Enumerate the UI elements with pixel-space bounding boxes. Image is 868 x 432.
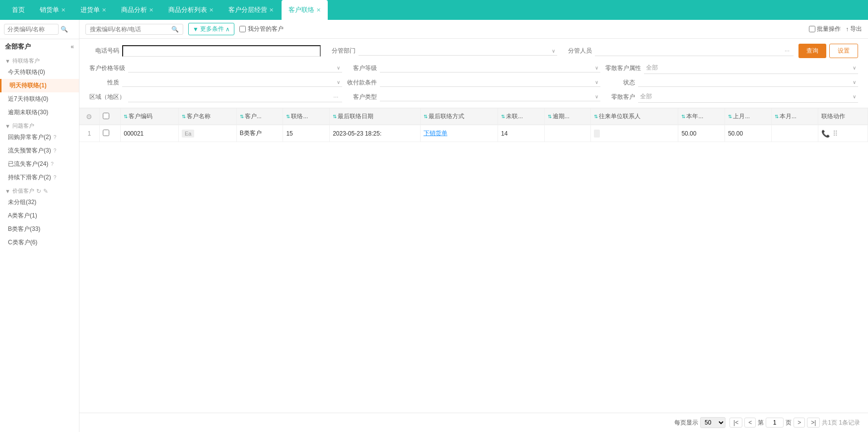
retail-attr-arrow-icon: ∨	[853, 65, 856, 71]
search-input[interactable]	[90, 26, 169, 33]
sidebar-item-abnormal[interactable]: 回购异常客户(2) ?	[0, 131, 79, 144]
batch-op-check[interactable]	[809, 26, 815, 32]
last-page-btn[interactable]: >|	[807, 418, 820, 428]
sort-last-month-icon[interactable]: ⇅	[728, 114, 732, 119]
filter-payment: 收付款条件 ∨	[347, 78, 600, 87]
col-code: ⇅客户编码	[121, 108, 179, 125]
filter-payment-label: 收付款条件	[347, 78, 377, 87]
filter-dept-select[interactable]: ∨	[359, 47, 557, 56]
filter-customer-level-select[interactable]: ∨	[380, 64, 600, 72]
sidebar-item-ungrouped[interactable]: 未分组(32)	[0, 196, 79, 209]
close-tier-icon[interactable]: ✕	[269, 7, 274, 13]
export-btn[interactable]: ↑ 导出	[846, 25, 862, 33]
col-actions: 联络动作	[818, 108, 868, 125]
sidebar-collapse-icon[interactable]: «	[71, 43, 74, 50]
sort-this-year-icon[interactable]: ⇅	[681, 114, 685, 119]
filter-status-label: 状态	[605, 78, 635, 87]
sort-unit-contact-icon[interactable]: ⇅	[594, 114, 598, 119]
sort-this-month-icon[interactable]: ⇅	[775, 114, 779, 119]
nav-customer-contact[interactable]: 客户联络 ✕	[282, 0, 328, 20]
prev-page-btn[interactable]: <	[744, 418, 756, 428]
nature-arrow-icon: ∨	[337, 79, 340, 85]
sidebar-search-input[interactable]	[4, 24, 59, 35]
close-purchase-icon[interactable]: ✕	[102, 7, 106, 13]
page-input[interactable]	[766, 418, 784, 428]
filter-region: 区域（地区） ···	[89, 92, 342, 102]
filter-retail-customer-select[interactable]: 全部 ∨	[638, 91, 858, 103]
sidebar-item-a-class[interactable]: A类客户(1)	[0, 209, 79, 222]
nav-product-analysis[interactable]: 商品分析 ✕	[114, 0, 160, 20]
sort-last-date-icon[interactable]: ⇅	[333, 114, 337, 119]
filter-customer-level-label: 客户等级	[347, 64, 377, 72]
nav-purchase-order[interactable]: 进货单 ✕	[73, 0, 113, 20]
filter-customer-type: 客户类型 ∨	[347, 92, 600, 101]
region-ellipsis-btn[interactable]: ···	[331, 93, 340, 100]
manager-ellipsis-btn[interactable]: ···	[783, 47, 792, 54]
my-customers-checkbox[interactable]: 我分管的客户	[239, 25, 284, 33]
sort-type-icon[interactable]: ⇅	[240, 114, 244, 119]
sidebar-item-7day-contact[interactable]: 近7天待联络(0)	[0, 92, 79, 106]
filter-nature-label: 性质	[89, 78, 119, 87]
close-product-list-icon[interactable]: ✕	[209, 7, 214, 13]
close-sales-icon[interactable]: ✕	[61, 7, 66, 13]
sidebar-search-icon[interactable]: 🔍	[61, 26, 68, 33]
filter-search-icon[interactable]: 🔍	[171, 26, 179, 33]
page-label: 第	[758, 419, 764, 427]
filter-retail-attr-select[interactable]: 全部 ∨	[644, 62, 858, 74]
filter-payment-select[interactable]: ∨	[380, 78, 600, 87]
last-method-link[interactable]: 下销货单	[424, 130, 447, 137]
sort-pending-icon[interactable]: ⇅	[501, 114, 505, 119]
per-page-select[interactable]: 10 20 50 100	[700, 417, 725, 428]
nav-customer-tier[interactable]: 客户分层经营 ✕	[221, 0, 281, 20]
adv-filter-row-4: 区域（地区） ··· 客户类型 ∨ 零散客户 全部	[89, 91, 858, 103]
close-product-analysis-icon[interactable]: ✕	[149, 7, 153, 13]
nav-sales-order[interactable]: 销货单 ✕	[33, 0, 72, 20]
sidebar-item-today-contact[interactable]: 今天待联络(0)	[0, 66, 79, 79]
refresh-icon[interactable]: ↻	[36, 188, 41, 195]
nav-product-analysis-list[interactable]: 商品分析列表 ✕	[161, 0, 220, 20]
column-settings-icon[interactable]: ⚙	[86, 113, 92, 121]
filter-status-select[interactable]: ∨	[638, 78, 858, 87]
sidebar-all-customers[interactable]: 全部客户 «	[0, 39, 79, 54]
next-page-btn[interactable]: >	[794, 418, 805, 428]
action-phone-icon[interactable]: 📞	[821, 130, 830, 138]
my-customers-check[interactable]	[239, 26, 246, 32]
sort-code-icon[interactable]: ⇅	[124, 114, 128, 119]
sidebar-item-declining[interactable]: 持续下滑客户(2) ?	[0, 171, 79, 184]
adv-filter-row-1: 电话号码 分管部门 ∨ 分管人员 ···	[89, 44, 858, 58]
action-more-icon[interactable]: ⠿	[833, 130, 838, 138]
row-last-date: 2023-05-23 18:25:	[330, 125, 421, 142]
sort-name-icon[interactable]: ⇅	[182, 114, 186, 119]
batch-op-btn[interactable]: 批量操作	[809, 25, 841, 33]
first-page-btn[interactable]: |<	[729, 418, 742, 428]
filter-customer-type-select[interactable]: ∨	[380, 92, 600, 101]
row-select-checkbox[interactable]	[103, 130, 109, 136]
sidebar-item-overdue-contact[interactable]: 逾期未联络(30)	[0, 106, 79, 119]
col-last-date: ⇅最后联络日期	[330, 108, 421, 125]
sort-last-method-icon[interactable]: ⇅	[424, 114, 428, 119]
more-filters-btn[interactable]: ▼ 更多条件 ∧	[188, 23, 234, 35]
row-contacts: 15	[283, 125, 330, 142]
sort-overdue-icon[interactable]: ⇅	[548, 114, 552, 119]
row-code: 000021	[121, 125, 179, 142]
sidebar-item-c-class[interactable]: C类客户(6)	[0, 236, 79, 249]
select-all-checkbox[interactable]	[103, 113, 109, 119]
query-button[interactable]: 查询	[798, 44, 826, 58]
content-area: 🔍 ▼ 更多条件 ∧ 我分管的客户 批量操作 ↑ 导出	[79, 20, 868, 432]
sidebar-item-churned[interactable]: 已流失客户(24) ?	[0, 157, 79, 171]
sidebar-item-churn-warning[interactable]: 流失预警客户(3) ?	[0, 144, 79, 157]
close-contact-icon[interactable]: ✕	[316, 7, 321, 13]
filter-nature-select[interactable]: ∨	[122, 78, 342, 87]
adv-filter-row-2: 客户价格等级 ∨ 客户等级 ∨ 零散客户属性 全部	[89, 62, 858, 74]
table-footer: 每页显示 10 20 50 100 |< < 第 页 > >| 共1页 1条记录	[79, 413, 868, 432]
sort-contacts-icon[interactable]: ⇅	[286, 114, 290, 119]
col-name: ⇅客户名称	[178, 108, 236, 125]
filter-phone-input[interactable]	[122, 45, 321, 57]
nav-home[interactable]: 首页	[5, 0, 32, 20]
all-customers-label: 全部客户	[5, 42, 31, 51]
edit-icon[interactable]: ✎	[43, 188, 48, 195]
filter-price-select[interactable]: ∨	[128, 64, 342, 72]
sidebar-item-b-class[interactable]: B类客户(33)	[0, 222, 79, 236]
sidebar-item-tomorrow-contact[interactable]: 明天待联络(1)	[0, 79, 79, 92]
reset-button[interactable]: 设置	[829, 44, 858, 58]
